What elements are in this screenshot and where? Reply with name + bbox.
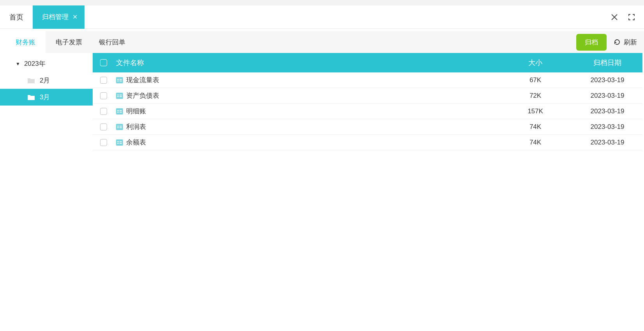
- file-icon: [116, 93, 123, 99]
- row-size: 74K: [498, 139, 572, 146]
- tab-home-label: 首页: [9, 12, 23, 22]
- header-name: 文件名称: [114, 58, 498, 67]
- sub-tab-bank[interactable]: 银行回单: [93, 38, 135, 47]
- fullscreen-button[interactable]: [623, 9, 640, 26]
- top-spacer: [0, 0, 644, 5]
- row-checkbox-cell: [93, 108, 114, 115]
- header-checkbox-cell: [93, 59, 114, 66]
- svg-rect-12: [117, 112, 119, 113]
- tree-year-node[interactable]: ▼ 2023年: [0, 55, 93, 72]
- header-date: 归档日期: [572, 58, 642, 67]
- svg-rect-16: [117, 126, 119, 127]
- close-icon[interactable]: ✕: [72, 13, 77, 21]
- tree-month-node[interactable]: 3月: [0, 89, 93, 106]
- svg-rect-21: [117, 141, 119, 142]
- svg-rect-1: [117, 79, 119, 80]
- tab-bar: 首页 归档管理 ✕: [0, 5, 644, 29]
- svg-rect-19: [120, 127, 122, 128]
- table-row[interactable]: 余额表74K2023-03-19: [93, 135, 642, 150]
- file-icon: [116, 77, 123, 83]
- table-body: 现金流量表67K2023-03-19资产负债表72K2023-03-19明细账1…: [93, 72, 642, 150]
- svg-rect-8: [120, 95, 122, 95]
- svg-rect-13: [120, 110, 122, 111]
- row-checkbox[interactable]: [100, 108, 107, 115]
- svg-rect-14: [120, 112, 122, 113]
- sub-tab-einvoice[interactable]: 电子发票: [46, 31, 92, 53]
- content-area: 财务账 电子发票 ▼ 2023年 2月 3月 银行回单: [0, 29, 644, 331]
- svg-rect-7: [117, 96, 119, 97]
- svg-rect-4: [120, 81, 122, 81]
- svg-rect-24: [120, 143, 122, 144]
- table-header: 文件名称 大小 归档日期: [93, 53, 642, 72]
- svg-rect-11: [117, 110, 119, 111]
- table-row[interactable]: 资产负债表72K2023-03-19: [93, 88, 642, 104]
- sub-tab-label: 电子发票: [56, 38, 82, 47]
- row-checkbox-cell: [93, 77, 114, 84]
- row-name-cell: 明细账: [114, 107, 498, 116]
- row-checkbox-cell: [93, 92, 114, 99]
- table-row[interactable]: 现金流量表67K2023-03-19: [93, 72, 642, 88]
- fullscreen-icon: [628, 14, 635, 21]
- row-checkbox[interactable]: [100, 92, 107, 99]
- file-icon: [116, 108, 123, 114]
- row-checkbox[interactable]: [100, 77, 107, 84]
- row-name-cell: 余额表: [114, 138, 498, 147]
- row-date: 2023-03-19: [572, 107, 642, 115]
- tab-active[interactable]: 归档管理 ✕: [33, 5, 84, 29]
- tree-year-label: 2023年: [24, 59, 46, 68]
- row-name-cell: 现金流量表: [114, 76, 498, 85]
- main-panel: 银行回单 归档 刷新 文件名称 大小 归档日期 现: [93, 31, 644, 331]
- row-name: 利润表: [126, 122, 146, 131]
- sub-tabs: 财务账 电子发票: [5, 31, 93, 53]
- svg-rect-2: [117, 81, 119, 81]
- window-actions: [606, 5, 644, 29]
- svg-rect-23: [120, 141, 122, 142]
- folder-icon: [27, 94, 35, 101]
- row-date: 2023-03-19: [572, 92, 642, 100]
- row-size: 67K: [498, 76, 572, 84]
- row-name-cell: 资产负债表: [114, 91, 498, 100]
- row-name: 现金流量表: [126, 76, 159, 85]
- tab-home[interactable]: 首页: [0, 5, 33, 29]
- table-row[interactable]: 明细账157K2023-03-19: [93, 104, 642, 119]
- archive-button-label: 归档: [585, 39, 598, 46]
- row-name: 明细账: [126, 107, 146, 116]
- table-row[interactable]: 利润表74K2023-03-19: [93, 119, 642, 135]
- row-size: 74K: [498, 123, 572, 131]
- svg-rect-5: [116, 93, 123, 99]
- svg-rect-20: [116, 139, 123, 146]
- svg-rect-10: [116, 108, 123, 114]
- row-size: 72K: [498, 92, 572, 100]
- sub-tab-label: 财务账: [16, 38, 35, 47]
- header-size: 大小: [498, 58, 572, 67]
- sub-tab-financial[interactable]: 财务账: [5, 31, 46, 53]
- refresh-label: 刷新: [624, 38, 637, 47]
- row-date: 2023-03-19: [572, 139, 642, 146]
- tree-month-label: 3月: [40, 93, 50, 102]
- tree-month-label: 2月: [40, 76, 50, 85]
- svg-rect-17: [117, 127, 119, 128]
- svg-rect-6: [117, 95, 119, 95]
- file-table: 文件名称 大小 归档日期 现金流量表67K2023-03-19资产负债表72K2…: [93, 53, 642, 150]
- close-window-button[interactable]: [606, 9, 623, 26]
- row-date: 2023-03-19: [572, 76, 642, 84]
- file-icon: [116, 139, 123, 146]
- svg-rect-9: [120, 96, 122, 97]
- select-all-checkbox[interactable]: [100, 59, 107, 66]
- close-icon: [611, 14, 618, 21]
- svg-rect-22: [117, 143, 119, 144]
- archive-button[interactable]: 归档: [576, 34, 607, 51]
- svg-rect-3: [120, 79, 122, 80]
- svg-rect-18: [120, 126, 122, 127]
- tree-month-node[interactable]: 2月: [0, 72, 93, 89]
- row-name: 资产负债表: [126, 91, 159, 100]
- row-checkbox[interactable]: [100, 139, 107, 146]
- svg-rect-15: [116, 124, 123, 130]
- refresh-icon: [614, 39, 621, 46]
- refresh-button[interactable]: 刷新: [614, 38, 637, 47]
- chevron-down-icon: ▼: [16, 61, 20, 67]
- row-checkbox[interactable]: [100, 123, 107, 130]
- row-size: 157K: [498, 107, 572, 115]
- svg-rect-0: [116, 77, 123, 83]
- row-checkbox-cell: [93, 123, 114, 130]
